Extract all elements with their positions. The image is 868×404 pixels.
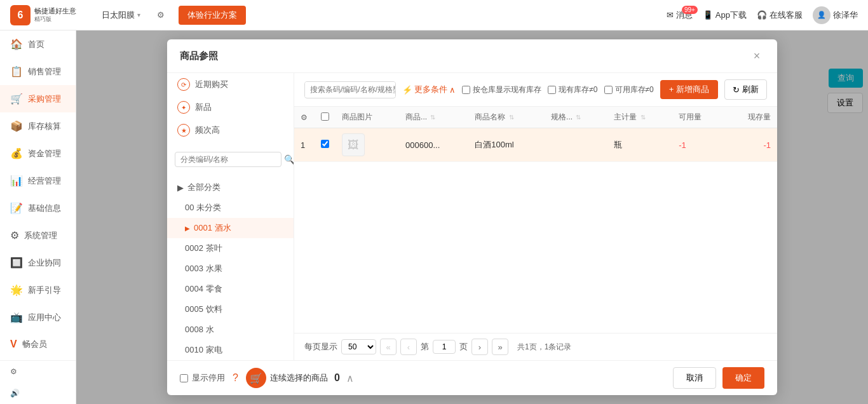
quick-recent-purchases[interactable]: ⟳ 近期购买 (167, 73, 294, 96)
experience-button[interactable]: 体验行业方案 (179, 6, 246, 25)
content-area: 商品参照 × ⟳ 近期购买 ✦ 新品 (76, 30, 868, 404)
next-page-button[interactable]: › (471, 339, 488, 355)
show-disabled-checkbox[interactable] (180, 374, 188, 382)
warehouse-stock-checkbox[interactable] (462, 86, 470, 94)
more-conditions-btn[interactable]: ⚡ 更多条件 ∧ (402, 84, 456, 95)
category-fruit-label: 0003 水果 (185, 263, 222, 274)
show-disabled-check[interactable]: 显示停用 (180, 372, 225, 384)
category-alcohol-label: 0001 酒水 (194, 222, 231, 234)
category-appliance[interactable]: 0010 家电 (167, 340, 294, 360)
user-area[interactable]: 👤 徐泽华 (813, 6, 858, 24)
category-uncategorized[interactable]: 00 未分类 (167, 198, 294, 218)
product-table-wrap: ⚙ 商品图片 (294, 107, 777, 333)
sidebar-item-collab[interactable]: 🔲 企业协同 (0, 249, 76, 276)
modal-footer: 显示停用 ? 🛒 连续选择的商品 0 ∧ 取消 确定 (167, 360, 777, 395)
footer-action-buttons: 取消 确定 (673, 367, 764, 389)
last-page-button[interactable]: » (492, 339, 508, 355)
cart-summary[interactable]: 🛒 连续选择的商品 0 ∧ (246, 368, 354, 388)
collapse-arrow-icon: ∧ (449, 85, 456, 95)
warehouse-stock-label: 按仓库显示现有库存 (473, 84, 541, 95)
modal-close-button[interactable]: × (749, 48, 764, 64)
gear-icon: ⚙ (157, 10, 165, 20)
category-search-input[interactable] (175, 152, 281, 167)
username: 徐泽华 (833, 10, 858, 21)
available-stock-checkbox[interactable] (604, 86, 613, 94)
category-alcohol[interactable]: ▶ 0001 酒水 (167, 218, 294, 238)
prev-page-button[interactable]: ‹ (400, 339, 417, 355)
product-table: ⚙ 商品图片 (294, 107, 777, 162)
category-tea[interactable]: 0002 茶叶 (167, 238, 294, 259)
sidebar-item-sales[interactable]: 📋 销售管理 (0, 58, 76, 85)
product-search-input[interactable] (305, 82, 396, 97)
image-placeholder-icon: 🖼 (348, 138, 359, 152)
col-settings-icon: ⚙ (301, 113, 308, 122)
gear-icon-btn[interactable]: ⚙ (151, 5, 171, 25)
table-header-row: ⚙ 商品图片 (294, 107, 777, 128)
sidebar-item-operations[interactable]: 📊 经营管理 (0, 167, 76, 194)
sidebar-item-system-label: 系统管理 (24, 230, 57, 241)
cart-collapse-icon[interactable]: ∧ (346, 372, 354, 384)
row-checkbox[interactable] (315, 128, 336, 162)
category-all[interactable]: ▶ 全部分类 (167, 177, 294, 198)
sidebar-volume-btn[interactable]: 🔊 (0, 382, 76, 404)
category-fruit[interactable]: 0003 水果 (167, 259, 294, 279)
current-stock-checkbox[interactable] (548, 86, 556, 94)
check-warehouse-stock[interactable]: 按仓库显示现有库存 (462, 84, 541, 95)
cart-count: 0 (334, 372, 340, 384)
col-code[interactable]: 商品... ⇅ (399, 107, 468, 128)
col-settings[interactable]: ⚙ (294, 107, 315, 128)
store-arrow-icon: ▾ (137, 11, 140, 18)
sidebar-item-apps[interactable]: 📺 应用中心 (0, 304, 76, 331)
refresh-button[interactable]: ↻ 刷新 (724, 79, 767, 100)
sidebar-item-guide-label: 新手引导 (28, 285, 61, 296)
page-size-select[interactable]: 50 20 100 (341, 339, 376, 354)
sidebar: 🏠 首页 📋 销售管理 🛒 采购管理 📦 库存核算 💰 资金管理 📊 经营管理 … (0, 30, 76, 404)
col-stock: 现存量 (725, 107, 777, 128)
quick-new-products[interactable]: ✦ 新品 (167, 96, 294, 119)
col-image-label: 商品图片 (342, 112, 372, 121)
modal-title: 商品参照 (180, 50, 218, 62)
sidebar-settings-btn[interactable]: ⚙ (0, 361, 76, 382)
app-download-btn[interactable]: 📱 App下载 (703, 10, 747, 21)
message-icon: ✉ (667, 10, 674, 20)
category-water[interactable]: 0008 水 (167, 320, 294, 340)
category-search-icon[interactable]: 🔍 (284, 154, 294, 165)
more-conditions-label: 更多条件 (414, 84, 447, 95)
sidebar-item-member[interactable]: V 畅会员 (0, 331, 76, 358)
sidebar-item-purchase[interactable]: 🛒 采购管理 (0, 85, 76, 112)
sidebar-item-home[interactable]: 🏠 首页 (0, 30, 76, 58)
sidebar-item-inventory[interactable]: 📦 库存核算 (0, 112, 76, 140)
modal-overlay: 商品参照 × ⟳ 近期购买 ✦ 新品 (76, 30, 868, 404)
confirm-button[interactable]: 确定 (722, 367, 764, 389)
store-selector[interactable]: 日太阳膜 ▾ (97, 7, 146, 24)
add-product-button[interactable]: + 新增商品 (660, 80, 718, 99)
sidebar-item-system[interactable]: ⚙ 系统管理 (0, 222, 76, 249)
category-beverage[interactable]: 0005 饮料 (167, 299, 294, 320)
check-current-stock[interactable]: 现有库存≠0 (548, 84, 597, 95)
page-number-input[interactable] (433, 340, 456, 354)
show-disabled-label: 显示停用 (192, 372, 225, 384)
check-available-stock[interactable]: 可用库存≠0 (604, 84, 654, 95)
select-all-checkbox[interactable] (321, 112, 329, 121)
quick-high-freq[interactable]: ★ 频次高 (167, 119, 294, 142)
col-spec[interactable]: 规格... ⇅ (545, 107, 607, 128)
col-name[interactable]: 商品名称 ⇅ (468, 107, 545, 128)
sidebar-item-finance[interactable]: 💰 资金管理 (0, 140, 76, 167)
messages-btn[interactable]: ✉ 消息 99+ (667, 10, 693, 21)
category-uncategorized-label: 00 未分类 (185, 202, 221, 213)
help-icon[interactable]: ? (233, 372, 238, 384)
sidebar-item-guide[interactable]: 🌟 新手引导 (0, 276, 76, 304)
col-unit[interactable]: 主计量 ⇅ (607, 107, 672, 128)
name-sort-icon: ⇅ (509, 114, 514, 121)
category-snack[interactable]: 0004 零食 (167, 279, 294, 299)
collab-icon: 🔲 (10, 257, 23, 269)
col-code-label: 商品... (405, 112, 427, 121)
online-service-btn[interactable]: 🎧 在线客服 (757, 10, 803, 21)
first-page-button[interactable]: « (380, 339, 397, 355)
sidebar-item-base-info[interactable]: 📝 基础信息 (0, 194, 76, 222)
row-select-checkbox[interactable] (321, 140, 329, 148)
cancel-button[interactable]: 取消 (673, 367, 716, 389)
sidebar-item-member-label: 畅会员 (22, 339, 47, 350)
table-row[interactable]: 1 🖼 (294, 128, 777, 162)
logo-area: 6 畅捷通好生意 精巧版 (10, 5, 86, 25)
